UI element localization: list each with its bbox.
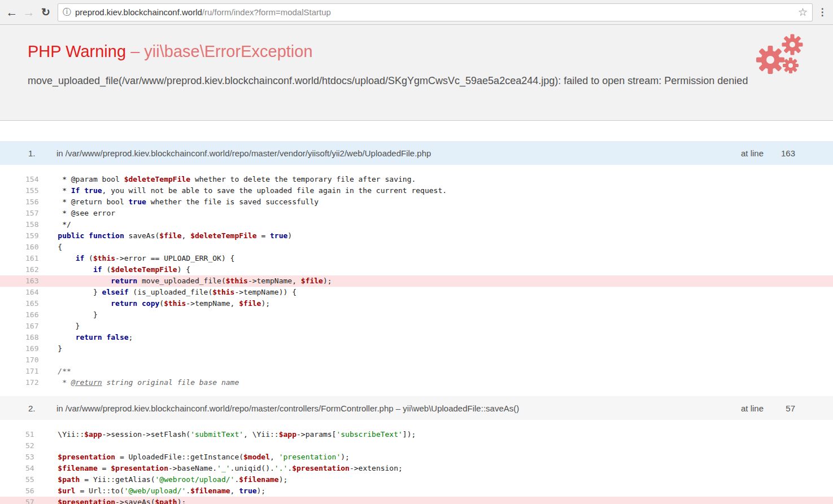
code-token: ( xyxy=(159,299,164,308)
stack-item-index: 2. xyxy=(28,404,56,413)
code-line: 166 } xyxy=(0,309,833,321)
line-number-gutter: 156 xyxy=(25,196,40,208)
code-token xyxy=(40,277,111,285)
code-token: saveAs( xyxy=(124,231,160,240)
code-token xyxy=(40,475,58,484)
code-line: 162 if ($deleteTempFile) { xyxy=(0,264,833,275)
code-token: $deleteTempFile xyxy=(111,265,177,274)
code-token: * @param bool xyxy=(40,175,124,183)
reload-icon[interactable]: ↻ xyxy=(37,2,54,23)
code-text: * If true, you will not be able to save … xyxy=(40,185,447,196)
code-token xyxy=(40,231,58,240)
code-token xyxy=(40,299,111,308)
code-token: ->baseName. xyxy=(168,464,217,472)
code-text: */ xyxy=(40,219,71,230)
stack-item-header[interactable]: 2.in /var/www/preprod.kiev.blockchaincon… xyxy=(0,396,833,420)
code-line: 55 $path = Yii::getAlias('@webroot/uploa… xyxy=(0,474,833,485)
code-line: 172 * @return string original file base … xyxy=(0,377,833,388)
code-line: 169 } xyxy=(0,343,833,354)
code-text: * @return bool true whether the file is … xyxy=(40,196,319,208)
code-token: , you will not be able to save the uploa… xyxy=(102,186,447,195)
error-header: PHP Warning – yii\base\ErrorException xyxy=(0,25,833,121)
code-token: ); xyxy=(341,453,350,461)
code-token: \Yii:: xyxy=(40,430,84,439)
code-text: /** xyxy=(40,366,71,377)
code-token: $file xyxy=(301,277,323,285)
code-token: ); xyxy=(261,299,270,308)
code-text: if ($this->error == UPLOAD_ERR_OK) { xyxy=(40,253,234,264)
line-number-gutter: 164 xyxy=(25,287,40,298)
code-token: $presentation xyxy=(58,498,115,504)
code-text: * @param bool $deleteTempFile whether to… xyxy=(40,174,416,185)
at-line: at line57 xyxy=(741,404,833,413)
back-icon[interactable]: ← xyxy=(3,2,20,23)
code-token: If xyxy=(71,186,80,195)
code-token: * @see error xyxy=(40,209,115,217)
stack-item-index: 1. xyxy=(28,148,56,158)
line-number-gutter: 171 xyxy=(25,366,40,377)
code-text: * @return string original file base name xyxy=(40,377,239,388)
code-text: * @see error xyxy=(40,208,115,219)
code-token: ->tempName, xyxy=(186,299,239,308)
code-token: $this xyxy=(212,288,234,296)
code-token: return xyxy=(76,333,102,341)
code-token: function xyxy=(89,231,124,240)
code-token: $presentation xyxy=(58,453,115,461)
code-token: public xyxy=(58,231,84,240)
error-type: PHP Warning xyxy=(28,42,126,60)
code-token xyxy=(40,453,58,461)
code-token: $presentation xyxy=(292,464,350,472)
code-line: 52 xyxy=(0,440,833,452)
code-snippet: 51 \Yii::$app->session->setFlash('submit… xyxy=(0,420,833,504)
code-token: $this xyxy=(226,277,248,285)
code-token: elseif xyxy=(102,288,129,296)
code-token: true xyxy=(129,198,146,206)
code-token: whether to delete the temporary file aft… xyxy=(190,175,416,183)
code-token: $path xyxy=(155,498,177,504)
line-number-gutter: 52 xyxy=(25,440,40,452)
forward-icon[interactable]: → xyxy=(20,2,37,23)
line-number-gutter: 166 xyxy=(25,309,40,321)
code-token xyxy=(40,487,58,495)
code-token: '_' xyxy=(217,464,230,472)
code-text: $url = Url::to('@web/upload/'.$filename,… xyxy=(40,485,265,497)
code-token: . xyxy=(186,487,190,495)
browser-toolbar: ← → ↻ ⓘ preprod.kiev.blockchainconf.worl… xyxy=(0,0,833,25)
code-token: $file xyxy=(159,231,181,240)
bookmark-star-icon[interactable]: ☆ xyxy=(798,6,808,19)
code-token: false xyxy=(106,333,128,341)
info-icon[interactable]: ⓘ xyxy=(63,7,71,17)
code-text: $presentation->saveAs($path); xyxy=(40,497,186,504)
code-line: 164 } elseif (is_uploaded_file($this->te… xyxy=(0,287,833,298)
code-token: ); xyxy=(279,475,288,484)
code-token: ->tempName)) { xyxy=(234,288,296,296)
code-token: move_uploaded_file( xyxy=(137,277,226,285)
line-number-gutter: 55 xyxy=(25,474,40,485)
code-line: 161 if ($this->error == UPLOAD_ERR_OK) { xyxy=(0,253,833,264)
code-line: 56 $url = Url::to('@web/upload/'.$filena… xyxy=(0,485,833,497)
code-line: 154 * @param bool $deleteTempFile whethe… xyxy=(0,174,833,185)
code-text: return copy($this->tempName, $file); xyxy=(40,298,270,309)
code-token: copy xyxy=(142,299,159,308)
line-number-gutter: 172 xyxy=(25,377,40,388)
code-line: 156 * @return bool true whether the file… xyxy=(0,196,833,208)
code-token: ]); xyxy=(403,430,416,439)
line-number-gutter: 54 xyxy=(25,463,40,474)
code-token: } xyxy=(40,310,98,319)
line-number-gutter: 169 xyxy=(25,343,40,354)
code-token: ( xyxy=(84,254,93,262)
code-text: $presentation = UploadedFile::getInstanc… xyxy=(40,452,350,463)
address-bar[interactable]: ⓘ preprod.kiev.blockchainconf.world/ru/f… xyxy=(58,3,813,21)
code-token: , xyxy=(270,453,279,461)
code-line: 53 $presentation = UploadedFile::getInst… xyxy=(0,452,833,463)
browser-menu-icon[interactable]: ⋮ xyxy=(817,6,827,18)
line-number-gutter: 167 xyxy=(25,321,40,332)
code-snippet: 154 * @param bool $deleteTempFile whethe… xyxy=(0,165,833,396)
stack-item-header[interactable]: 1.in /var/www/preprod.kiev.blockchaincon… xyxy=(0,141,833,165)
code-token: { xyxy=(40,243,62,251)
code-line: 168 return false; xyxy=(0,332,833,343)
code-text: } elseif (is_uploaded_file($this->tempNa… xyxy=(40,287,296,298)
code-token: ( xyxy=(102,265,111,274)
code-token: '@web/upload/' xyxy=(124,487,186,495)
code-token xyxy=(40,333,76,341)
